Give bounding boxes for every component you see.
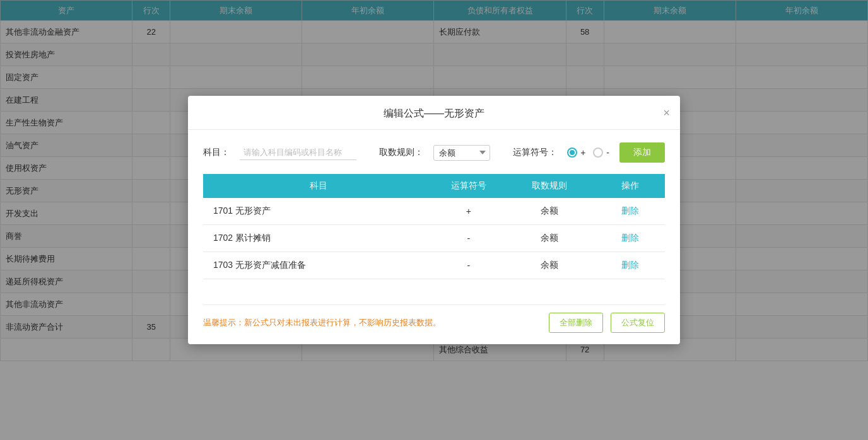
radio-minus-label: - <box>606 148 609 158</box>
formula-row: 1702 累计摊销 - 余额 删除 <box>203 225 665 252</box>
delete-link[interactable]: 删除 <box>621 260 639 270</box>
formula-action: 删除 <box>595 252 665 279</box>
formula-subject: 1701 无形资产 <box>203 198 434 225</box>
radio-plus-circle <box>567 148 577 158</box>
formula-rule: 余额 <box>503 252 595 279</box>
col-action: 操作 <box>595 174 665 198</box>
footer-buttons: 全部删除 公式复位 <box>549 313 665 333</box>
dialog-header: 编辑公式——无形资产 × <box>188 96 680 130</box>
delete-all-button[interactable]: 全部删除 <box>549 313 603 333</box>
edit-formula-dialog: 编辑公式——无形资产 × 科目： 取数规则： 余额 借方发生额 贷方发生额 运算… <box>188 96 680 344</box>
formula-operator: - <box>434 225 503 252</box>
col-rule: 取数规则 <box>503 174 595 198</box>
delete-link[interactable]: 删除 <box>621 206 639 216</box>
formula-row: 1703 无形资产减值准备 - 余额 删除 <box>203 252 665 279</box>
form-row: 科目： 取数规则： 余额 借方发生额 贷方发生额 运算符号： + <box>203 142 665 163</box>
formula-action: 删除 <box>595 198 665 225</box>
add-button[interactable]: 添加 <box>619 142 665 163</box>
dialog-footer: 温馨提示：新公式只对未出报表进行计算，不影响历史报表数据。 全部删除 公式复位 <box>188 305 680 344</box>
delete-link[interactable]: 删除 <box>621 233 639 243</box>
dialog-close-button[interactable]: × <box>663 107 670 119</box>
dialog-title: 编辑公式——无形资产 <box>384 108 484 119</box>
operator-plus-radio[interactable]: + <box>567 148 585 158</box>
footer-tip: 温馨提示：新公式只对未出报表进行计算，不影响历史报表数据。 <box>203 317 441 328</box>
operator-label: 运算符号： <box>513 147 557 158</box>
modal-overlay: 编辑公式——无形资产 × 科目： 取数规则： 余额 借方发生额 贷方发生额 运算… <box>0 0 868 440</box>
rule-label: 取数规则： <box>379 147 423 158</box>
radio-minus-circle <box>593 148 603 158</box>
formula-table: 科目 运算符号 取数规则 操作 1701 无形资产 + 余额 删除 1702 累… <box>203 174 665 279</box>
rule-select[interactable]: 余额 借方发生额 贷方发生额 <box>433 145 490 161</box>
formula-row: 1701 无形资产 + 余额 删除 <box>203 198 665 225</box>
formula-rule: 余额 <box>503 225 595 252</box>
formula-subject: 1702 累计摊销 <box>203 225 434 252</box>
formula-action: 删除 <box>595 225 665 252</box>
col-subject: 科目 <box>203 174 434 198</box>
operator-radio-group: + - <box>567 148 609 158</box>
formula-operator: - <box>434 252 503 279</box>
col-operator: 运算符号 <box>434 174 503 198</box>
subject-input[interactable] <box>240 145 356 160</box>
subject-label: 科目： <box>203 147 230 158</box>
formula-rule: 余额 <box>503 198 595 225</box>
dialog-body: 科目： 取数规则： 余额 借方发生额 贷方发生额 运算符号： + <box>188 130 680 304</box>
reset-formula-button[interactable]: 公式复位 <box>611 313 665 333</box>
operator-minus-radio[interactable]: - <box>593 148 609 158</box>
radio-plus-label: + <box>580 148 585 158</box>
formula-operator: + <box>434 198 503 225</box>
rule-select-wrap: 余额 借方发生额 贷方发生额 <box>433 145 490 161</box>
formula-subject: 1703 无形资产减值准备 <box>203 252 434 279</box>
